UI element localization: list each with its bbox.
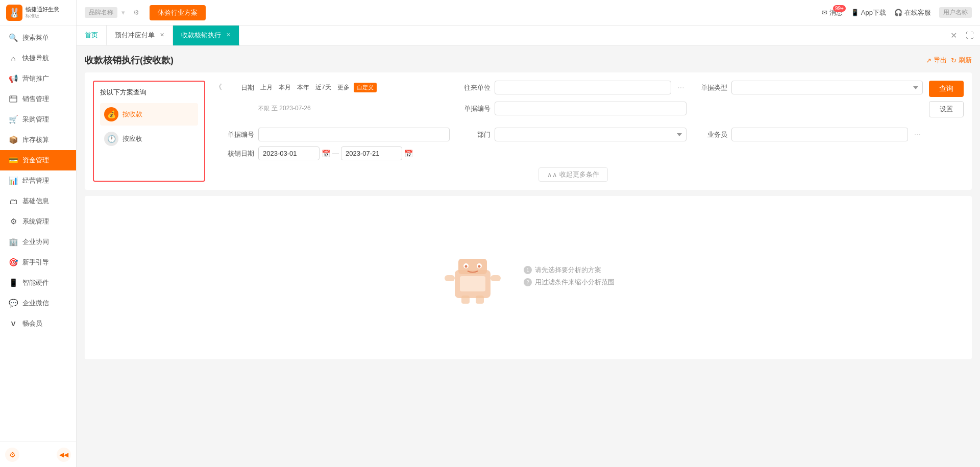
topbar-settings-icon[interactable]: ⚙ (129, 6, 143, 20)
user-display[interactable]: 用户名称 (939, 7, 972, 18)
refresh-button[interactable]: ↻ 刷新 (951, 56, 972, 65)
tab-receivable[interactable]: 收款核销执行 ✕ (173, 26, 239, 45)
filter-grid-row2: 单据编号 部门 业务员 ··· (224, 128, 923, 141)
business-icon: 📊 (8, 176, 18, 186)
staff-more-icon[interactable]: ··· (912, 130, 923, 139)
sidebar-item-member[interactable]: V 畅会员 (0, 313, 76, 334)
empty-tip-1: 1 请先选择要分析的方案 (524, 265, 615, 275)
export-button[interactable]: ↗ 导出 (926, 56, 947, 65)
inventory-icon: 📦 (8, 135, 18, 145)
sidebar-item-label: 营销推广 (22, 74, 49, 83)
verify-start-calendar-icon[interactable]: 📅 (322, 150, 330, 158)
sidebar-item-business[interactable]: 📊 经营管理 (0, 170, 76, 191)
filter-option-by-receipt[interactable]: 💰 按收款 (100, 103, 198, 126)
marketing-icon: 📢 (8, 73, 18, 84)
sidebar-item-label: 企业协同 (22, 237, 49, 247)
date-custom-button[interactable]: 自定义 (354, 83, 377, 92)
brand-name: 品牌名称 (85, 7, 117, 18)
sidebar-item-quicknav[interactable]: ⌂ 快捷导航 (0, 48, 76, 68)
date-last-7days[interactable]: 近7天 (313, 82, 333, 93)
tab-prepay-close-icon[interactable]: ✕ (160, 32, 164, 38)
staff-label: 业务员 (697, 130, 727, 139)
partner-label: 往来单位 (460, 83, 491, 92)
collapse-more-label: 收起更多条件 (559, 170, 599, 179)
sidebar: 🐰 畅捷通好生意 标准版 🔍 搜索菜单 ⌂ 快捷导航 📢 营销推广 销售管理 🛒 (0, 0, 77, 467)
sidebar-item-purchase[interactable]: 🛒 采购管理 (0, 109, 76, 130)
page-header: 收款核销执行(按收款) ↗ 导出 ↻ 刷新 (85, 54, 972, 66)
sidebar-item-finance[interactable]: 💳 资金管理 (0, 150, 76, 170)
filter-collapse-icon[interactable]: 《 (213, 81, 224, 92)
sidebar-item-label: 搜索菜单 (22, 33, 49, 42)
verify-end-input[interactable] (341, 146, 402, 160)
topbar-brand: 品牌名称 ▾ (85, 7, 129, 18)
partner-more-icon[interactable]: ··· (675, 83, 686, 92)
partner-input[interactable] (495, 81, 671, 94)
sidebar-item-guide[interactable]: 🎯 新手引导 (0, 252, 76, 273)
tab-receivable-close-icon[interactable]: ✕ (226, 32, 231, 38)
sidebar-item-enterprise[interactable]: 🏢 企业协同 (0, 232, 76, 252)
tab-home[interactable]: 首页 (77, 26, 107, 45)
svg-rect-12 (476, 296, 484, 304)
staff-input[interactable] (731, 128, 908, 141)
sales-icon (8, 94, 18, 104)
filter-verify-date-row: 核销日期 📅 — 📅 (224, 146, 450, 160)
sidebar-item-hardware[interactable]: 📱 智能硬件 (0, 273, 76, 293)
sidebar-item-marketing[interactable]: 📢 营销推广 (0, 68, 76, 89)
settings-icon[interactable]: ⚙ (5, 448, 19, 462)
query-button[interactable]: 查询 (929, 81, 964, 97)
docno-input2[interactable] (258, 128, 450, 141)
search-icon: 🔍 (8, 33, 18, 43)
sidebar-item-label: 系统管理 (22, 217, 49, 226)
refresh-icon: ↻ (951, 57, 957, 64)
sidebar-item-system[interactable]: ⚙ 系统管理 (0, 211, 76, 232)
export-label: 导出 (934, 56, 947, 65)
svg-point-8 (478, 265, 481, 268)
refresh-label: 刷新 (959, 56, 972, 65)
collapse-more-button[interactable]: ∧∧ 收起更多条件 (538, 167, 608, 182)
sidebar-collapse-button[interactable]: ◀◀ (57, 448, 71, 462)
filter-docno-row2: 单据编号 (224, 128, 450, 141)
date-label: 日期 (224, 83, 254, 92)
sidebar-item-sales[interactable]: 销售管理 (0, 89, 76, 109)
verify-end-calendar-icon[interactable]: 📅 (404, 150, 413, 158)
docno-label: 单据编号 (460, 104, 491, 113)
chevron-down-icon[interactable]: ▾ (121, 9, 125, 16)
app-label: App下载 (861, 8, 886, 17)
sidebar-item-wechat[interactable]: 💬 企业微信 (0, 293, 76, 313)
verify-date-label: 核销日期 (224, 149, 254, 158)
date-last-month[interactable]: 上月 (258, 82, 275, 93)
finance-icon: 💳 (8, 155, 18, 165)
tab-expand-icon[interactable]: ⛶ (964, 30, 976, 42)
date-options: 上月 本月 本年 近7天 更多 自定义 (258, 82, 450, 93)
empty-state: 1 请先选择要分析的方案 2 用过滤条件来缩小分析范围 (85, 196, 972, 359)
sidebar-item-inventory[interactable]: 📦 库存核算 (0, 130, 76, 150)
app-download-button[interactable]: 📱 App下载 (851, 8, 886, 17)
logo-icon: 🐰 (6, 5, 22, 21)
dept-select[interactable] (495, 128, 686, 141)
doctype-select[interactable] (731, 81, 923, 94)
tabbar: 首页 预付冲应付单 ✕ 收款核销执行 ✕ ✕ ⛶ (77, 26, 980, 46)
settings-button[interactable]: 设置 (929, 101, 964, 117)
doctype-label: 单据类型 (697, 83, 727, 92)
filter-option-by-receivable[interactable]: 🕐 按应收 (100, 128, 198, 150)
filter-options-panel: 按以下方案查询 💰 按收款 🕐 按应收 (93, 81, 205, 182)
date-more[interactable]: 更多 (335, 82, 352, 93)
filter-grid: 日期 上月 本月 本年 近7天 更多 自定义 (224, 81, 923, 122)
date-this-month[interactable]: 本月 (277, 82, 293, 93)
message-button[interactable]: ✉ 消息 99+ (822, 8, 843, 17)
logo-badge: 标准版 (26, 13, 59, 19)
sidebar-item-search[interactable]: 🔍 搜索菜单 (0, 28, 76, 48)
tab-close-all-icon[interactable]: ✕ (947, 30, 960, 42)
date-this-year[interactable]: 本年 (295, 82, 311, 93)
tab-prepay-label: 预付冲应付单 (115, 31, 155, 40)
docno-label2: 单据编号 (224, 130, 254, 139)
industry-solution-button[interactable]: 体验行业方案 (150, 5, 206, 20)
tab-prepay[interactable]: 预付冲应付单 ✕ (107, 26, 173, 45)
enterprise-icon: 🏢 (8, 237, 18, 247)
collapse-up-icon: ∧∧ (547, 171, 557, 179)
sidebar-item-basic[interactable]: 🗃 基础信息 (0, 191, 76, 211)
verify-start-input[interactable] (258, 146, 320, 160)
tip-num-2: 2 (524, 278, 532, 286)
docno-input[interactable] (495, 102, 686, 115)
online-service-button[interactable]: 🎧 在线客服 (894, 8, 931, 17)
